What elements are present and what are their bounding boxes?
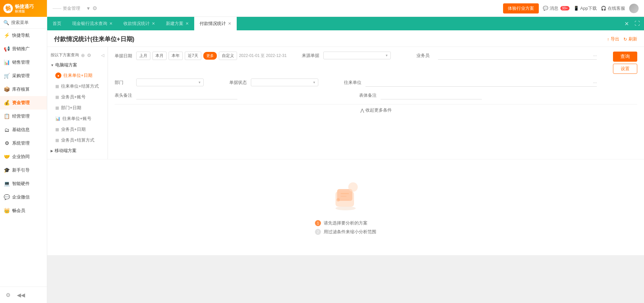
breadcrumb-text: ——: [53, 6, 61, 11]
settings-bottom-btn[interactable]: ⚙: [3, 290, 13, 300]
sidebar-item-label: 库存核算: [12, 86, 30, 92]
date-opt-more[interactable]: 更多: [203, 52, 217, 60]
counterpart-more-icon[interactable]: ···: [593, 80, 597, 85]
date-opt-this-month[interactable]: 本月: [152, 52, 167, 60]
scheme-icon: ▦: [55, 138, 59, 143]
filter-dept-select[interactable]: ▾: [136, 79, 204, 86]
sidebar-item-label: 企业协同: [12, 154, 30, 160]
sidebar-item-label: 企业微信: [12, 194, 30, 200]
svg-point-3: [348, 182, 358, 192]
sidebar-logo: 畅 畅捷通巧 标准版: [0, 0, 47, 17]
scheme-group-mobile[interactable]: ▶ 移动端方案: [47, 146, 108, 156]
tab-bank-flow[interactable]: 现金银行流水查询 ✕: [67, 17, 118, 30]
message-btn[interactable]: 💬 消息 99+: [543, 5, 569, 11]
scheme-item-agent-settle[interactable]: ▦ 业务员+结算方式: [47, 135, 108, 146]
query-btn[interactable]: 查询: [613, 52, 637, 62]
tab-collection[interactable]: 收款情况统计 ✕: [118, 17, 160, 30]
search-menu-label: 搜索菜单: [11, 20, 29, 26]
scheme-icon: ▦: [55, 95, 59, 99]
date-opt-custom[interactable]: 自定义: [219, 52, 237, 60]
tab-bar: 首页 现金银行流水查询 ✕ 收款情况统计 ✕ 新建方案 ✕ 付款情况统计 ✕ ✕…: [47, 17, 644, 30]
scheme-item-unit-account[interactable]: 📊 往来单位+账号: [47, 113, 108, 124]
filter-body-note-input[interactable]: [381, 91, 482, 99]
filter-header-note-label: 表头备注: [115, 92, 134, 98]
tab-new-scheme-close[interactable]: ✕: [185, 21, 189, 26]
filter-doc-status-select[interactable]: ▾: [251, 79, 318, 86]
collapse-sidebar-btn[interactable]: ◀◀: [16, 290, 26, 300]
tab-home[interactable]: 首页: [47, 17, 67, 30]
filter-header-note-input[interactable]: [136, 91, 237, 99]
scheme-item-unit-settle[interactable]: ▦ 往来单位+结算方式: [47, 81, 108, 92]
sidebar-item-sales[interactable]: 📊 销售管理: [0, 56, 47, 69]
main-content: —— 资金管理 ▾ ⚙ 体验行业方案 💬 消息 99+ 📱 App下载 🎧 在线…: [47, 0, 644, 303]
date-opt-this-year[interactable]: 本年: [169, 52, 183, 60]
chevron-down-icon: ▾: [313, 80, 315, 85]
scheme-item-agent-account[interactable]: ▦ 业务员+账号: [47, 92, 108, 102]
filter-doc-status-label: 单据状态: [229, 80, 248, 86]
tab-close-all-btn[interactable]: ✕: [622, 20, 631, 28]
scheme-item-dept-date[interactable]: ▦ 部门+日期: [47, 102, 108, 113]
sidebar-item-basic[interactable]: 🗂 基础信息: [0, 123, 47, 137]
filter-date-label: 单据日期: [115, 53, 134, 59]
sidebar-item-label: 经营管理: [12, 113, 30, 119]
tab-payment-stat-close[interactable]: ✕: [228, 21, 231, 26]
collapse-label: 收起更多条件: [365, 107, 392, 113]
scheme-add-btn[interactable]: ⊕: [81, 53, 85, 58]
purchase-icon: 🛒: [3, 72, 10, 79]
user-avatar[interactable]: [629, 4, 639, 13]
tab-new-scheme[interactable]: 新建方案 ✕: [160, 17, 194, 30]
scheme-config-btn[interactable]: ⚙: [87, 53, 91, 58]
export-btn[interactable]: ↑ 导出: [607, 36, 620, 42]
sidebar-item-label: 基础信息: [12, 127, 30, 133]
sidebar-item-guide[interactable]: 🎓 新手引导: [0, 163, 47, 177]
tab-payment-stat[interactable]: 付款情况统计 ✕: [194, 17, 237, 30]
sidebar-item-label: 智能硬件: [12, 181, 30, 187]
sidebar-item-weixin[interactable]: 💬 企业微信: [0, 190, 47, 204]
date-opt-7days[interactable]: 近7天: [185, 52, 201, 60]
sidebar-item-inventory[interactable]: 📦 库存核算: [0, 83, 47, 96]
sidebar-item-label: 畅会员: [12, 208, 25, 214]
scheme-collapse-btn[interactable]: ◁: [101, 53, 104, 58]
tab-bank-flow-close[interactable]: ✕: [109, 21, 113, 26]
sidebar-item-member[interactable]: 👑 畅会员: [0, 204, 47, 217]
breadcrumb: —— 资金管理: [53, 5, 80, 11]
settings-btn[interactable]: 设置: [613, 64, 637, 74]
tab-expand-btn[interactable]: ⛶: [633, 20, 641, 28]
system-icon: ⚙: [3, 140, 10, 147]
marketing-icon: 📢: [3, 46, 10, 52]
header-settings-btn[interactable]: ⚙: [92, 5, 97, 11]
sidebar-item-label: 快捷导航: [12, 32, 30, 38]
sidebar-item-capital[interactable]: 💰 资金管理: [0, 96, 47, 110]
agent-more-icon[interactable]: ···: [593, 53, 597, 58]
app-download-btn[interactable]: 📱 App下载: [574, 5, 597, 11]
sidebar-item-enterprise[interactable]: 🤝 企业协同: [0, 150, 47, 163]
scheme-item-agent-date[interactable]: ▦ 业务员+日期: [47, 124, 108, 135]
filter-body-note-field: 表体备注: [359, 91, 597, 99]
online-service-btn[interactable]: 🎧 在线客服: [601, 5, 625, 11]
refresh-btn[interactable]: ↻ 刷新: [623, 36, 637, 42]
sidebar-item-quick-nav[interactable]: ⚡ 快捷导航: [0, 29, 47, 42]
operations-icon: 📋: [3, 113, 10, 120]
collapse-more-btn[interactable]: ⋀ 收起更多条件: [115, 104, 637, 116]
sidebar-item-system[interactable]: ⚙ 系统管理: [0, 137, 47, 150]
scheme-group-desktop[interactable]: ▼ 电脑端方案: [47, 60, 108, 70]
filter-source-select[interactable]: ▾: [323, 52, 391, 59]
sidebar-item-purchase[interactable]: 🛒 采购管理: [0, 69, 47, 83]
trial-btn[interactable]: 体验行业方案: [503, 3, 539, 13]
filter-agent-input[interactable]: [438, 52, 593, 59]
scheme-icon: ▦: [55, 127, 59, 132]
date-opt-last-month[interactable]: 上月: [136, 52, 150, 60]
empty-tips: 1 请先选择要分析的方案 2 用过滤条件来缩小分析范围: [315, 220, 376, 235]
filter-counterpart-input[interactable]: [365, 79, 593, 86]
search-menu[interactable]: 🔍 搜索菜单: [0, 17, 47, 29]
filter-date-field: 单据日期 上月 本月 本年 近7天 更多 自定义 2022-01-01 至 20…: [115, 52, 295, 60]
sidebar-item-hardware[interactable]: 💻 智能硬件: [0, 177, 47, 190]
tip-num-1: 1: [315, 220, 321, 226]
header-dropdown-btn[interactable]: ▾: [87, 5, 90, 11]
sidebar-item-marketing[interactable]: 📢 营销推广: [0, 42, 47, 56]
filter-date-options: 上月 本月 本年 近7天 更多 自定义 2022-01-01 至 2022-12…: [136, 52, 287, 60]
sidebar-item-operations[interactable]: 📋 经营管理: [0, 110, 47, 123]
scheme-item-unit-date[interactable]: ● 往来单位+日期: [47, 70, 108, 81]
tab-collection-close[interactable]: ✕: [152, 21, 155, 26]
tab-bar-right: ✕ ⛶: [622, 20, 644, 28]
